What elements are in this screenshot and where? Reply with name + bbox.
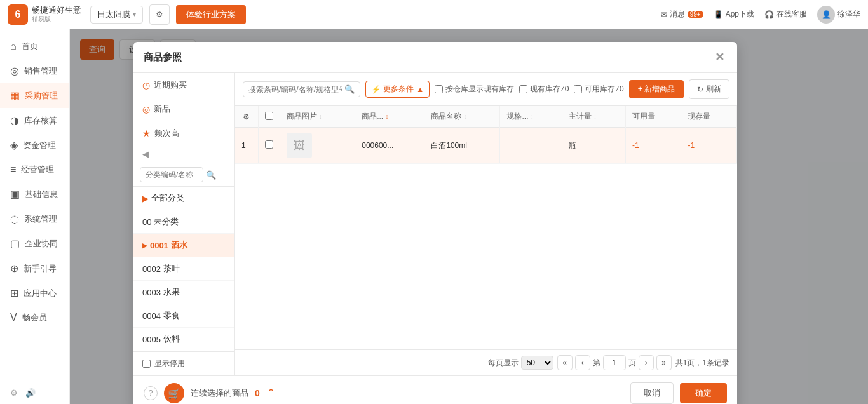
stock-checkbox[interactable] [519, 85, 527, 93]
cart-icon[interactable]: 🛒 [164, 383, 184, 403]
refresh-button[interactable]: ↻ 刷新 [689, 79, 729, 99]
cat-code: 0002 [142, 264, 161, 274]
cat-name: 饮料 [163, 333, 180, 345]
available-filter[interactable]: 可用库存≠0 [574, 84, 623, 95]
sidebar-item-purchase[interactable]: ▦ 采购管理 [0, 83, 69, 108]
basic-info-icon: ▣ [10, 188, 20, 200]
per-page-select[interactable]: 50 100 200 [521, 356, 553, 370]
new-product-tab[interactable]: ◎ 新品 [133, 97, 234, 121]
frequent-tab[interactable]: ★ 频次高 [133, 121, 234, 145]
sidebar-item-sales[interactable]: ◎ 销售管理 [0, 58, 69, 83]
per-page-label: 每页显示 [488, 358, 519, 368]
select-all-checkbox[interactable] [265, 112, 273, 120]
apps-icon: ⊞ [10, 287, 18, 299]
show-disabled-label[interactable]: 显示停用 [154, 358, 185, 369]
sidebar-item-label: 应用中心 [24, 288, 57, 299]
sort-icon[interactable]: ↕ [531, 113, 534, 120]
left-sidebar: ⌂ 首页 ◎ 销售管理 ▦ 采购管理 ◑ 库存核算 ◈ 资金管理 ≡ 经营管理 … [0, 29, 70, 404]
sidebar-volume-icon[interactable]: 🔊 [25, 388, 36, 398]
cancel-button[interactable]: 取消 [630, 382, 674, 404]
online-service-nav-item[interactable]: 🎧 在线客服 [764, 9, 807, 20]
guide-icon: ⊕ [10, 262, 18, 274]
sidebar-item-member[interactable]: V 畅会员 [0, 306, 69, 330]
collapse-icon: ◀ [142, 149, 149, 159]
list-item[interactable]: 00 未分类 [133, 210, 234, 234]
member-icon: V [10, 312, 17, 323]
sidebar-item-apps[interactable]: ⊞ 应用中心 [0, 281, 69, 306]
sort-icon[interactable]: ↕ [386, 113, 389, 120]
confirm-button[interactable]: 确定 [680, 383, 727, 403]
table-header-row: ⚙ 商品图片 ↕ 商品... [235, 106, 737, 128]
modal-close-button[interactable]: ✕ [712, 50, 727, 65]
sidebar-item-label: 销售管理 [24, 65, 57, 77]
product-search-input[interactable] [248, 85, 342, 94]
footer-collapse-icon[interactable]: ⌃ [266, 386, 276, 400]
sidebar-settings-icon[interactable]: ⚙ [10, 388, 18, 398]
table-row[interactable]: 1 🖼 000600... 白酒100ml [235, 128, 737, 164]
sort-icon[interactable]: ↕ [319, 113, 322, 120]
trial-button[interactable]: 体验行业方案 [176, 5, 246, 24]
sidebar-item-guide[interactable]: ⊕ 新手引导 [0, 256, 69, 281]
user-nav-item[interactable]: 👤 徐泽华 [817, 6, 860, 24]
cat-code: 0004 [142, 311, 161, 321]
messages-nav-item[interactable]: ✉ 消息 99+ [661, 9, 703, 20]
row-code-cell: 000600... [355, 128, 424, 164]
first-page-button[interactable]: « [557, 355, 573, 370]
add-product-button[interactable]: + 新增商品 [629, 80, 684, 98]
list-item[interactable]: 0004 零食 [133, 304, 234, 328]
unit-column-header: 主计量 ↕ [562, 106, 625, 128]
main-layout: ⌂ 首页 ◎ 销售管理 ▦ 采购管理 ◑ 库存核算 ◈ 资金管理 ≡ 经营管理 … [0, 29, 868, 404]
sidebar-item-home[interactable]: ⌂ 首页 [0, 34, 69, 58]
sidebar-bottom: ⚙ 🔊 [0, 382, 69, 404]
app-download-nav-item[interactable]: 📱 App下载 [714, 9, 754, 20]
all-category-label: 全部分类 [151, 192, 184, 204]
prev-page-button[interactable]: ‹ [575, 355, 590, 370]
category-search-input[interactable] [140, 167, 203, 182]
filter-icon: ⚡ [371, 85, 381, 94]
modal-body: ◷ 近期购买 ◎ 新品 ★ 频次高 ◀ [133, 73, 737, 375]
sidebar-item-finance[interactable]: ◈ 资金管理 [0, 133, 69, 158]
list-item[interactable]: 0005 饮料 [133, 328, 234, 351]
stock-filter[interactable]: 现有库存≠0 [519, 84, 569, 95]
category-collapse-btn[interactable]: ◀ [133, 145, 234, 163]
list-item[interactable]: 0003 水果 [133, 281, 234, 304]
settings-icon[interactable]: ⚙ [149, 4, 170, 25]
sort-icon[interactable]: ↕ [464, 113, 467, 120]
sidebar-item-inventory[interactable]: ◑ 库存核算 [0, 108, 69, 133]
page-number-input[interactable] [603, 355, 626, 370]
finance-icon: ◈ [10, 139, 18, 151]
available-checkbox[interactable] [574, 85, 582, 93]
row-checkbox[interactable] [265, 140, 273, 149]
help-button[interactable]: ? [144, 386, 158, 400]
sidebar-item-label: 资金管理 [23, 140, 56, 151]
sidebar-item-basic-info[interactable]: ▣ 基础信息 [0, 182, 69, 206]
list-item[interactable]: 0002 茶叶 [133, 257, 234, 281]
modal-dialog: 商品参照 ✕ ◷ 近期购买 ◎ 新品 [133, 42, 737, 404]
sidebar-item-enterprise[interactable]: ▢ 企业协同 [0, 231, 69, 256]
more-filter-button[interactable]: ⚡ 更多条件 ▲ [365, 81, 430, 98]
all-category-item[interactable]: ▶ 全部分类 [133, 187, 234, 210]
show-disabled-checkbox[interactable] [142, 360, 151, 368]
sidebar-item-operation[interactable]: ≡ 经营管理 [0, 158, 69, 182]
headset-icon: 🎧 [764, 10, 774, 19]
sidebar-item-system[interactable]: ◌ 系统管理 [0, 206, 69, 231]
recent-purchase-tab[interactable]: ◷ 近期购买 [133, 73, 234, 97]
cat-name: 水果 [163, 286, 180, 298]
warehouse-checkbox[interactable] [435, 85, 443, 93]
list-item[interactable]: ▶ 0001 酒水 [133, 234, 234, 257]
nav-selector[interactable]: 日太阳膜 ▾ [90, 6, 143, 24]
image-column-header: 商品图片 ↕ [280, 106, 355, 128]
cat-code: 0005 [142, 335, 161, 344]
last-page-button[interactable]: » [656, 355, 672, 370]
page-navigation: « ‹ 第 页 › » [557, 355, 672, 370]
category-search-icon[interactable]: 🔍 [206, 170, 216, 180]
next-page-button[interactable]: › [639, 355, 654, 370]
messages-badge: 99+ [688, 11, 703, 18]
cat-code: 0003 [142, 288, 161, 297]
warehouse-filter[interactable]: 按仓库显示现有库存 [435, 84, 514, 95]
product-search-icon[interactable]: 🔍 [344, 84, 355, 94]
tab-label: 频次高 [154, 128, 179, 139]
sort-icon[interactable]: ↕ [593, 113, 597, 120]
settings-column-header[interactable]: ⚙ [235, 106, 258, 128]
nav-right: ✉ 消息 99+ 📱 App下载 🎧 在线客服 👤 徐泽华 [661, 6, 860, 24]
